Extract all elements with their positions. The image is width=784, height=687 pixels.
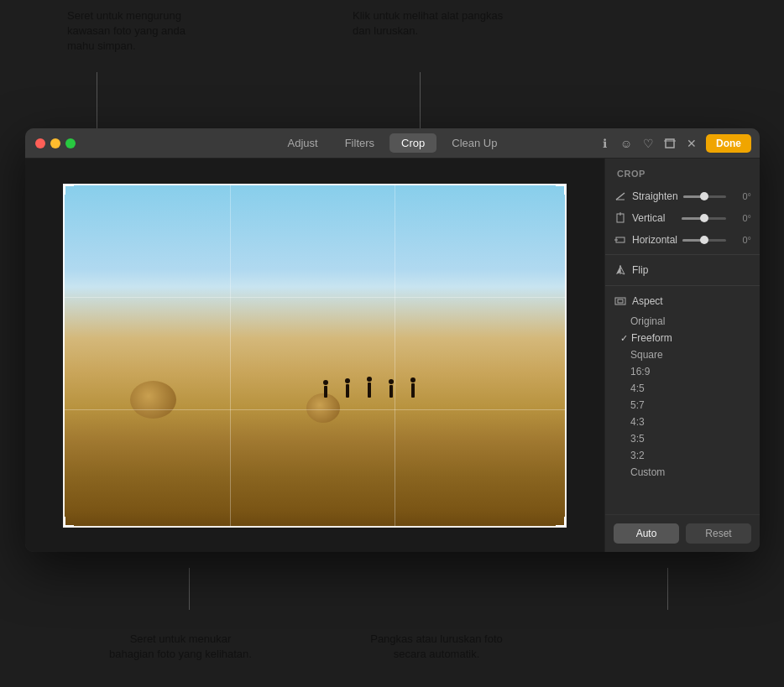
straighten-slider[interactable] xyxy=(683,195,726,198)
sidebar-title: CROP xyxy=(605,159,760,185)
figure-1 xyxy=(323,380,328,398)
svg-rect-11 xyxy=(615,298,625,304)
aspect-option-4-5[interactable]: 4:5 xyxy=(614,380,751,397)
minimize-button[interactable] xyxy=(50,138,60,148)
horizontal-slider[interactable] xyxy=(682,239,726,242)
annotation-line-bottom-left xyxy=(189,568,190,610)
aspect-option-3-5[interactable]: 3:5 xyxy=(614,430,751,447)
tab-filters[interactable]: Filters xyxy=(333,133,386,153)
flip-row[interactable]: Flip xyxy=(605,258,760,282)
app-window: Adjust Filters Crop Clean Up ℹ ☺ ♡ ✕ Don… xyxy=(25,128,760,552)
sidebar: CROP Straighten 0° xyxy=(604,159,760,552)
aspect-label: Aspect xyxy=(632,295,663,307)
horizontal-value: 0° xyxy=(731,235,751,245)
info-icon[interactable]: ℹ xyxy=(597,136,612,151)
photo-background xyxy=(63,184,567,528)
annotation-top-left: Seret untuk mengurung kawasan foto yang … xyxy=(67,8,210,55)
tab-crop[interactable]: Crop xyxy=(389,133,436,153)
aspect-option-3-2[interactable]: 3:2 xyxy=(614,447,751,464)
close-button[interactable] xyxy=(35,138,45,148)
annotation-bottom-left: Seret untuk menukar bahagian foto yang k… xyxy=(109,632,252,662)
done-button[interactable]: Done xyxy=(706,134,751,153)
vertical-icon xyxy=(614,211,627,225)
reset-button[interactable]: Reset xyxy=(686,523,751,544)
horizontal-icon xyxy=(614,233,627,247)
sidebar-footer: Auto Reset xyxy=(605,514,760,552)
vertical-slider[interactable] xyxy=(682,217,726,220)
aspect-option-original[interactable]: Original xyxy=(614,313,751,330)
toolbar-tabs: Adjust Filters Crop Clean Up xyxy=(276,133,510,153)
crop-icon[interactable] xyxy=(662,136,677,151)
aspect-option-square[interactable]: Square xyxy=(614,346,751,363)
auto-button[interactable]: Auto xyxy=(614,523,679,544)
svg-marker-8 xyxy=(616,266,620,274)
content-area: CROP Straighten 0° xyxy=(25,159,760,552)
traffic-lights xyxy=(25,138,76,148)
photo-container xyxy=(63,184,567,528)
aspect-option-4-3[interactable]: 4:3 xyxy=(614,414,751,430)
aspect-option-custom[interactable]: Custom xyxy=(614,464,751,481)
annotation-line-bottom-right xyxy=(667,568,668,610)
annotation-bottom-right: Pangkas atau luruskan foto secara automa… xyxy=(353,632,520,662)
figure-3 xyxy=(367,377,372,398)
figure-4 xyxy=(389,379,394,398)
aspect-icon xyxy=(614,294,627,308)
vertical-label: Vertical xyxy=(632,212,677,224)
checkmark-icon: ✓ xyxy=(620,333,628,344)
aspect-row[interactable]: Aspect xyxy=(605,289,760,313)
titlebar: Adjust Filters Crop Clean Up ℹ ☺ ♡ ✕ Don… xyxy=(25,128,760,159)
tab-adjust[interactable]: Adjust xyxy=(276,133,330,153)
svg-marker-9 xyxy=(620,266,625,274)
people-group xyxy=(323,377,416,398)
svg-rect-12 xyxy=(618,299,623,303)
maximize-button[interactable] xyxy=(65,138,76,148)
divider-2 xyxy=(605,285,760,286)
vertical-row[interactable]: Vertical 0° xyxy=(605,207,760,229)
aspect-options: Original ✓ Freeform Square 16:9 4:5 5:7 xyxy=(605,313,760,481)
straighten-icon xyxy=(614,190,627,203)
aspect-option-16-9[interactable]: 16:9 xyxy=(614,363,751,380)
vertical-value: 0° xyxy=(731,213,751,223)
share-icon[interactable]: ✕ xyxy=(684,136,699,151)
horizontal-label: Horizontal xyxy=(632,234,677,246)
divider-1 xyxy=(605,254,760,255)
annotation-top-right: Klik untuk melihat alat pangkas dan luru… xyxy=(353,8,504,39)
figure-5 xyxy=(410,377,416,398)
toolbar-right: ℹ ☺ ♡ ✕ Done xyxy=(597,134,751,153)
svg-line-2 xyxy=(616,193,625,200)
aspect-option-freeform[interactable]: ✓ Freeform xyxy=(614,330,751,346)
emoji-icon[interactable]: ☺ xyxy=(619,136,634,151)
flip-icon xyxy=(614,263,627,277)
figure-2 xyxy=(345,378,350,398)
horizontal-row[interactable]: Horizontal 0° xyxy=(605,229,760,251)
photo-area[interactable] xyxy=(25,159,604,552)
hay-bale-1 xyxy=(130,381,176,419)
aspect-option-5-7[interactable]: 5:7 xyxy=(614,397,751,414)
heart-icon[interactable]: ♡ xyxy=(640,136,656,151)
annotation-line-top-right xyxy=(420,72,421,135)
tab-cleanup[interactable]: Clean Up xyxy=(440,133,509,153)
straighten-label: Straighten xyxy=(632,190,678,202)
straighten-value: 0° xyxy=(731,191,751,201)
straighten-row[interactable]: Straighten 0° xyxy=(605,185,760,207)
flip-label: Flip xyxy=(632,264,648,276)
hay-bale-2 xyxy=(306,393,340,423)
